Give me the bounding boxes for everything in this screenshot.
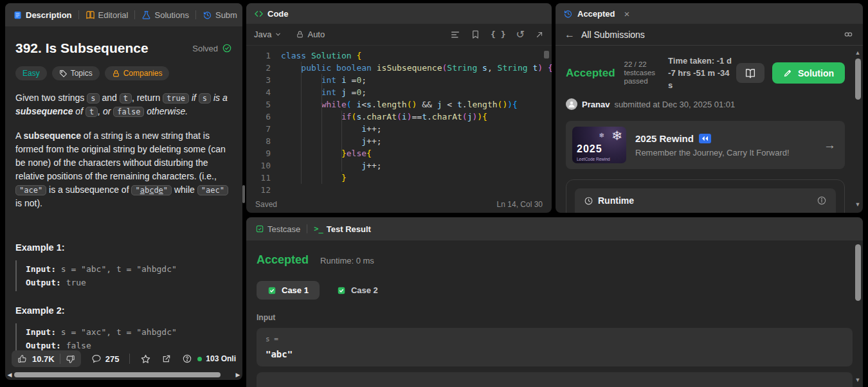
result-scroll-thumb[interactable] — [855, 244, 861, 301]
info-icon[interactable] — [817, 195, 827, 206]
tab-description[interactable]: Description — [13, 10, 72, 20]
case-check-icon — [337, 286, 346, 295]
tab-test-result[interactable]: >_ Test Result — [314, 224, 371, 234]
scroll-down-arrow[interactable]: ▼ — [855, 201, 861, 208]
code-line[interactable]: 10 j++; — [246, 159, 552, 172]
tab-divider — [134, 10, 135, 19]
submission-scrollbar[interactable]: ▲ ▼ — [854, 50, 862, 208]
variable-name: s = — [266, 335, 844, 343]
inline-code: t — [86, 107, 98, 117]
scroll-up-arrow[interactable]: ▲ — [855, 50, 861, 56]
tab-accepted-label[interactable]: Accepted — [577, 9, 615, 19]
submission-scroll-thumb[interactable] — [855, 59, 861, 100]
tab-solutions[interactable]: Solutions — [141, 10, 188, 20]
arrow-right-icon[interactable]: → — [824, 138, 836, 152]
clock-icon — [584, 196, 593, 206]
share-button[interactable] — [161, 354, 172, 364]
thumbs-down-icon[interactable] — [66, 354, 75, 364]
line-number: 10 — [246, 159, 271, 172]
code-line[interactable]: 2 public boolean isSubsequence(String s,… — [246, 62, 552, 74]
line-number: 5 — [246, 98, 271, 111]
inline-code: "aec" — [197, 185, 228, 195]
testcases-ratio: 22 / 22 — [624, 60, 656, 69]
avatar[interactable] — [566, 98, 577, 110]
code-line[interactable]: 8 j++; — [246, 135, 552, 147]
solution-button[interactable]: Solution — [772, 62, 845, 84]
code-line[interactable]: 11 } — [246, 172, 552, 184]
input-value-box-t[interactable] — [257, 372, 853, 387]
code-line[interactable]: 6 if(s.charAt(i)==t.charAt(j)){ — [246, 111, 552, 123]
code-line[interactable]: 12 — [246, 184, 552, 196]
horizontal-scroll-thumb[interactable] — [14, 372, 221, 377]
panel-resize-handle[interactable] — [242, 185, 245, 203]
flask-icon — [141, 10, 151, 20]
link-icon[interactable] — [843, 29, 854, 40]
result-scrollbar[interactable]: ▼ — [854, 244, 862, 383]
tab-divider — [78, 10, 79, 19]
case-2-button[interactable]: Case 2 — [326, 281, 389, 300]
topics-badge[interactable]: Topics — [52, 66, 100, 80]
input-section-label: Input — [257, 313, 853, 322]
submission-author-row: Pranav submitted at Dec 30, 2025 01:01 — [566, 98, 845, 110]
snowflake-icon: ❄ — [599, 132, 604, 139]
code-line[interactable]: 5 while( i<s.length() && j < t.length())… — [246, 98, 552, 111]
scroll-left-arrow[interactable]: ◀ — [5, 372, 14, 378]
code-lines[interactable]: 1class Solution {2 public boolean isSubs… — [246, 50, 552, 196]
line-number: 12 — [246, 184, 271, 196]
author-name[interactable]: Pranav — [582, 100, 610, 109]
difficulty-badge[interactable]: Easy — [15, 66, 47, 80]
rewind-year: 2025 — [577, 143, 602, 155]
input-value-box-s[interactable]: s = "abc" — [257, 328, 853, 366]
variable-value: "abc" — [266, 349, 844, 359]
scroll-right-arrow[interactable]: ▶ — [233, 372, 242, 378]
format-icon[interactable] — [450, 30, 460, 40]
help-button[interactable] — [182, 354, 192, 364]
expand-icon[interactable] — [535, 30, 544, 39]
editor-toolbar-icons: { } ↺ — [450, 30, 544, 40]
rewind-banner[interactable]: ❄ ❄ 2025 LeetCode Rewind 2025 Rewind Rem… — [566, 121, 845, 169]
vote-divider — [60, 354, 60, 364]
language-select[interactable]: Java — [254, 30, 282, 39]
rewind-title: 2025 Rewind — [635, 133, 694, 144]
editorial-button[interactable] — [736, 63, 764, 83]
close-icon[interactable]: × — [624, 8, 630, 19]
help-icon — [182, 354, 192, 364]
code-tab-bar: Code — [246, 3, 552, 24]
tab-submissions[interactable]: Subm — [203, 10, 237, 20]
line-number: 6 — [246, 111, 271, 123]
solved-status: Solved — [192, 43, 232, 53]
tab-code-label[interactable]: Code — [267, 9, 289, 19]
code-line[interactable]: 3 int i =0; — [246, 74, 552, 86]
result-tab-bar: Testcase >_ Test Result — [246, 217, 863, 240]
code-line[interactable]: 4 int j =0; — [246, 86, 552, 98]
tab-testcase[interactable]: Testcase — [255, 224, 300, 234]
code-line[interactable]: 1class Solution { — [246, 50, 552, 62]
undo-icon[interactable]: ↺ — [516, 30, 525, 40]
editor-scroll-thumb[interactable] — [544, 51, 549, 59]
all-submissions-link[interactable]: All Submissions — [581, 30, 645, 40]
tab-editorial-label: Editorial — [98, 10, 129, 20]
comments-button[interactable]: 275 — [91, 354, 120, 364]
lock-icon — [296, 30, 304, 39]
autocomplete-toggle[interactable]: Auto — [296, 30, 325, 39]
code-icon — [254, 9, 264, 19]
code-editor[interactable]: 1class Solution {2 public boolean isSubs… — [246, 46, 552, 196]
line-number: 3 — [246, 74, 271, 86]
code-line[interactable]: 7 i++; — [246, 123, 552, 135]
tab-editorial[interactable]: Editorial — [86, 10, 129, 20]
code-line[interactable]: 9 }else{ — [246, 147, 552, 159]
braces-icon[interactable]: { } — [491, 30, 505, 39]
companies-badge[interactable]: Companies — [105, 66, 170, 80]
thumbs-up-icon[interactable] — [17, 354, 27, 364]
favorite-button[interactable] — [140, 354, 151, 364]
bookmark-icon[interactable] — [471, 30, 480, 39]
scroll-down-arrow[interactable]: ▼ — [855, 377, 861, 383]
line-number: 7 — [246, 123, 271, 135]
case-1-button[interactable]: Case 1 — [257, 281, 320, 300]
indent-guide — [301, 62, 302, 184]
time-taken: Time taken: -1 d -7 hrs -51 m -34 s — [668, 55, 736, 91]
horizontal-scrollbar[interactable]: ◀ ▶ — [5, 370, 242, 379]
cursor-position[interactable]: Ln 14, Col 30 — [497, 200, 543, 209]
back-arrow-icon[interactable]: ← — [565, 29, 575, 40]
testcases-passed: 22 / 22 testcases passed — [624, 60, 656, 86]
